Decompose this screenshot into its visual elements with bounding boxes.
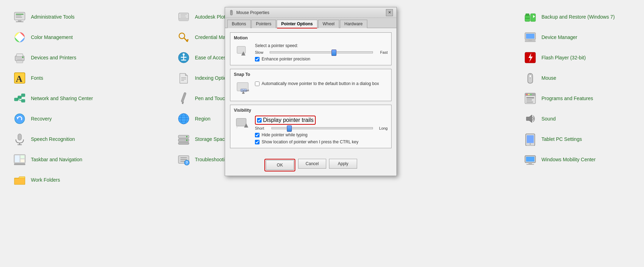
dialog-title-left: Mouse Properties [229,10,269,15]
svg-rect-1 [16,14,24,15]
trails-row: Display pointer trails [255,116,388,125]
cp-item-devices-printers[interactable]: Devices and Printers [11,48,175,67]
cp-item-fonts[interactable]: A Fonts [11,68,175,88]
cp-label-admin-tools: Administrative Tools [31,14,74,20]
svg-rect-77 [528,40,532,41]
windows-mobility-icon [523,152,537,167]
cp-label-mouse: Mouse [541,75,556,81]
cp-label-devices-printers: Devices and Printers [31,54,76,61]
cp-item-device-mgr[interactable]: Device Manager [521,27,633,47]
svg-rect-10 [17,59,22,60]
speed-slider-thumb[interactable] [331,50,336,56]
cancel-button[interactable]: Cancel [298,159,326,169]
cp-label-backup: Backup and Restore (Windows 7) [541,14,615,20]
apply-button[interactable]: Apply [329,159,357,169]
motion-row: Select a pointer speed: Slow Fast Enhanc… [234,43,388,61]
snap-to-section: Snap To Default Automatically m [230,69,392,101]
motion-controls: Select a pointer speed: Slow Fast Enhanc… [255,43,388,61]
cp-label-pen-touch: Pen and Touch [195,95,228,102]
flash-icon [523,51,537,65]
troubleshoot-icon: ? [177,152,191,167]
svg-rect-71 [525,18,530,19]
mouse-properties-dialog: Mouse Properties ✕ Buttons Pointers Poin… [225,7,397,176]
cp-item-tablet-pc[interactable]: Tablet PC Settings [521,129,633,149]
svg-rect-30 [15,155,20,162]
cp-label-taskbar-nav: Taskbar and Navigation [31,156,82,163]
svg-text:A: A [16,74,22,84]
hide-pointer-label: Hide pointer while typing [262,132,308,137]
cp-label-programs: Programs and Features [541,95,593,102]
slow-label: Slow [255,50,265,54]
snap-to-checkbox[interactable] [255,82,259,86]
tab-pointer-options[interactable]: Pointer Options [277,20,317,28]
devices-printers-icon [13,51,27,65]
svg-rect-25 [18,134,21,140]
tablet-pc-icon [523,132,537,146]
trails-label: Display pointer trails [263,117,314,123]
svg-text:?: ? [186,161,188,165]
tab-buttons[interactable]: Buttons [227,20,251,28]
dialog-close-button[interactable]: ✕ [386,9,393,16]
cp-item-color-mgmt[interactable]: Color Management [11,27,175,47]
snap-to-row: Default Automatically move pointer to th… [234,80,388,97]
cp-item-work-folders[interactable]: Work Folders [11,170,175,190]
enhance-precision-label: Enhance pointer precision [262,57,310,61]
trails-checkbox[interactable] [257,118,262,123]
trails-slider-row: Short Long [255,126,388,130]
cp-item-mouse[interactable]: Mouse [521,68,633,88]
speed-label: Select a pointer speed: [255,43,388,48]
snap-icon-area: Default [234,80,251,97]
trails-slider-thumb[interactable] [287,125,292,132]
show-location-checkbox[interactable] [255,140,259,144]
speed-slider[interactable] [270,51,373,53]
svg-rect-92 [527,135,534,143]
svg-point-43 [183,53,185,56]
svg-point-7 [18,35,21,39]
device-mgr-icon [523,30,537,44]
dialog-buttons: OK Cancel Apply [225,156,396,176]
network-sharing-icon [13,91,27,105]
dialog-title-text: Mouse Properties [236,10,269,15]
cp-item-network-sharing[interactable]: Network and Sharing Center [11,89,175,108]
ok-button[interactable]: OK [266,160,294,170]
tab-hardware[interactable]: Hardware [340,20,367,28]
cp-item-speech-recog[interactable]: Speech Recognition [11,129,175,149]
cp-item-flash[interactable]: Flash Player (32-bit) [521,48,633,67]
cp-item-backup[interactable]: Backup and Restore (Windows 7) [521,7,633,27]
cp-item-recovery[interactable]: Recovery [11,109,175,129]
fonts-icon: A [13,71,27,85]
cp-item-sound[interactable]: Sound [521,109,633,129]
tab-pointers[interactable]: Pointers [251,20,276,28]
trails-slider[interactable] [271,127,373,129]
storage-icon [177,132,191,146]
credential-icon [177,30,191,44]
snap-to-label: Automatically move pointer to the defaul… [262,81,379,86]
cp-item-windows-mobility[interactable]: Windows Mobility Center [521,150,633,169]
snap-to-checkbox-row: Automatically move pointer to the defaul… [255,81,388,86]
dialog-content: Motion Select a pointer speed: Slow [225,28,396,156]
svg-point-61 [186,136,188,137]
svg-rect-3 [16,17,22,18]
svg-rect-9 [17,54,23,57]
cp-label-fonts: Fonts [31,75,43,81]
tab-wheel[interactable]: Wheel [318,20,339,28]
backup-icon [523,10,537,24]
svg-point-81 [529,75,531,78]
dialog-titlebar: Mouse Properties ✕ [225,7,396,18]
cp-item-programs[interactable]: Programs and Features [521,89,633,108]
indexing-icon [177,71,191,85]
svg-rect-75 [526,34,534,39]
svg-point-11 [22,57,24,58]
color-mgmt-icon [13,30,27,44]
dialog-tabs: Buttons Pointers Pointer Options Wheel H… [225,18,396,28]
show-location-label: Show location of pointer when I press th… [262,139,359,144]
autodesk-icon [177,10,191,24]
cp-label-region: Region [195,116,210,122]
motion-icon-area [234,43,251,61]
cp-item-admin-tools[interactable]: Administrative Tools [11,7,175,27]
visibility-icon-area [234,116,251,133]
enhance-precision-checkbox[interactable] [255,57,259,61]
hide-pointer-checkbox[interactable] [255,133,259,137]
snap-to-title: Snap To [234,72,388,77]
cp-item-taskbar-nav[interactable]: Taskbar and Navigation [11,150,175,169]
